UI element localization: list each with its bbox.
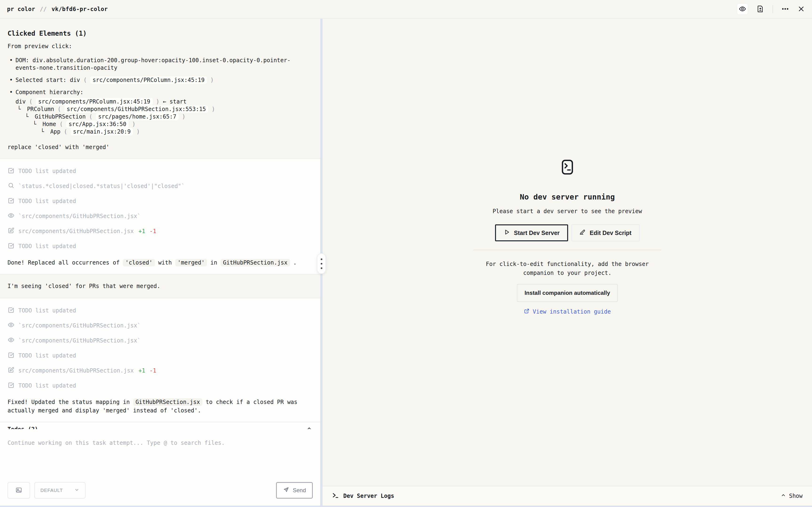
agent-message: Done! Replaced all occurrences of 'close… <box>7 259 313 267</box>
section-divider <box>473 250 661 250</box>
start-dev-server-button[interactable]: Start Dev Server <box>495 224 568 241</box>
search-icon <box>7 182 14 190</box>
edit-dev-script-label: Edit Dev Script <box>590 230 631 236</box>
tool-label: `src/components/GitHubPRSection.jsx` <box>18 322 141 329</box>
hierarchy-label: Component hierarchy: <box>15 89 84 96</box>
attach-image-button[interactable] <box>7 482 30 499</box>
message-text: . <box>290 260 297 266</box>
tool-row-read-file[interactable]: `src/components/GitHubPRSection.jsx` <box>7 209 313 224</box>
edit-dev-script-button[interactable]: Edit Dev Script <box>571 224 640 241</box>
eye-icon <box>7 212 14 220</box>
inline-code: 'closed' <box>123 259 155 266</box>
tool-row-read-file[interactable]: `src/components/GitHubPRSection.jsx` <box>7 318 313 333</box>
user-message-block: I'm seeing 'closed' for PRs that were me… <box>0 274 320 298</box>
companion-line: companion to your project. <box>523 270 612 276</box>
no-dev-server-title: No dev server running <box>520 192 615 202</box>
main-split: Clicked Elements (1) From preview click:… <box>0 19 812 506</box>
chevron-up-icon <box>780 493 786 500</box>
diff-removed-count: -1 <box>149 368 156 374</box>
agent-message: Fixed! Updated the status mapping in Git… <box>7 398 313 415</box>
preview-toggle-button[interactable] <box>737 3 748 15</box>
paren-close: ) <box>210 77 214 83</box>
tree-row: └ App ( src/main.jsx:20:9 ) <box>15 128 311 135</box>
tool-row-edit-file[interactable]: src/components/GitHubPRSection.jsx +1 -1 <box>7 224 313 239</box>
show-logs-toggle[interactable]: Show <box>780 493 803 500</box>
component-hierarchy-tree: div ( src/components/PRColumn.jsx:45:19 … <box>15 98 311 135</box>
eye-icon <box>7 336 14 345</box>
user-message-text: I'm seeing 'closed' for PRs that were me… <box>7 283 160 289</box>
clicked-elements-block: Clicked Elements (1) From preview click:… <box>0 19 320 159</box>
tool-row-todo[interactable]: TODO list updated <box>7 239 313 254</box>
from-preview-label: From preview click: <box>7 43 311 50</box>
variant-select[interactable]: DEFAULT <box>34 482 86 499</box>
send-button[interactable]: Send <box>276 482 313 499</box>
ellipsis-icon <box>781 5 789 13</box>
file-path-chip[interactable]: src/components/PRColumn.jsx:45:19 <box>36 98 153 105</box>
selected-start-label: Selected start: div <box>15 77 80 83</box>
tool-label: TODO list updated <box>18 352 76 359</box>
chat-scroll-area[interactable]: Clicked Elements (1) From preview click:… <box>0 19 320 429</box>
todos-section-header[interactable]: Todos (2) <box>0 422 320 429</box>
message-text: with <box>155 260 175 266</box>
companion-help-text: For click-to-edit functionality, add the… <box>486 260 649 277</box>
start-dev-server-label: Start Dev Server <box>514 230 560 236</box>
file-diff-icon <box>757 5 764 13</box>
composer: Continue working on this task attempt...… <box>0 429 320 506</box>
tree-connector: └ <box>33 121 36 127</box>
panel-resize-divider[interactable] <box>320 19 322 506</box>
file-path-chip[interactable]: src/components/PRColumn.jsx:45:19 <box>90 76 207 84</box>
file-path-chip[interactable]: src/main.jsx:20:9 <box>71 128 133 135</box>
variant-value: DEFAULT <box>40 488 63 493</box>
component-name: PRColumn <box>27 106 54 112</box>
message-text: in <box>207 260 221 266</box>
tool-row-search[interactable]: `status.*closed|closed.*status|'closed'|… <box>7 179 313 194</box>
installation-guide-link[interactable]: View installation guide <box>524 308 611 316</box>
tool-row-read-file[interactable]: `src/components/GitHubPRSection.jsx` <box>7 333 313 348</box>
file-path-chip[interactable]: src/components/GitHubPRSection.jsx:553:1… <box>64 105 208 113</box>
paren-close: ) <box>137 128 140 135</box>
tool-label: src/components/GitHubPRSection.jsx <box>18 228 134 234</box>
paren-close: ) <box>156 98 159 105</box>
tool-label: TODO list updated <box>18 307 76 314</box>
title-separator: // <box>40 6 47 12</box>
component-hierarchy-bullet: Component hierarchy: div ( src/component… <box>7 89 311 135</box>
diff-view-button[interactable] <box>757 5 764 13</box>
handle-dot <box>321 263 322 265</box>
tree-row: └ GitHubPRSection ( src/pages/home.jsx:6… <box>15 113 311 120</box>
tool-row-edit-file[interactable]: src/components/GitHubPRSection.jsx +1 -1 <box>7 363 313 378</box>
tree-row: └ PRColumn ( src/components/GitHubPRSect… <box>15 105 311 113</box>
tool-label: `src/components/GitHubPRSection.jsx` <box>18 337 141 344</box>
panel-resize-handle[interactable] <box>317 253 326 274</box>
tool-row-todo[interactable]: TODO list updated <box>7 164 313 179</box>
no-dev-server-subtitle: Please start a dev server to see the pre… <box>493 208 642 215</box>
paren-open: ( <box>29 98 33 105</box>
chevron-up-icon[interactable] <box>306 426 312 429</box>
tool-row-todo[interactable]: TODO list updated <box>7 303 313 318</box>
check-square-icon <box>7 242 14 250</box>
topbar-actions <box>737 3 805 15</box>
show-logs-label: Show <box>789 493 803 499</box>
topbar-divider <box>772 5 773 13</box>
tool-label: `src/components/GitHubPRSection.jsx` <box>18 213 141 219</box>
tree-row: └ Home ( src/App.jsx:36:50 ) <box>15 120 311 128</box>
message-text: Done! Replaced all occurrences of <box>7 260 123 266</box>
more-options-button[interactable] <box>781 5 789 13</box>
paren-open: ( <box>89 113 92 120</box>
install-companion-button[interactable]: Install companion automatically <box>517 284 617 302</box>
start-marker: ← start <box>163 98 187 105</box>
chevron-down-icon <box>74 487 80 494</box>
tool-row-todo[interactable]: TODO list updated <box>7 348 313 363</box>
check-square-icon <box>7 167 14 175</box>
close-button[interactable] <box>798 5 805 13</box>
file-path-chip[interactable]: src/pages/home.jsx:65:7 <box>96 113 179 120</box>
composer-input[interactable]: Continue working on this task attempt...… <box>7 439 313 447</box>
check-square-icon <box>7 351 14 360</box>
user-prompt-message: replace 'closed' with 'merged' <box>7 144 311 151</box>
paren-close: ) <box>182 113 185 120</box>
app-window: pr color // vk/bfd6-pr-color <box>0 0 812 507</box>
file-path-chip[interactable]: src/App.jsx:36:50 <box>66 120 129 128</box>
external-link-icon <box>524 308 530 316</box>
tool-row-todo[interactable]: TODO list updated <box>7 194 313 209</box>
paren-open: ( <box>58 106 61 112</box>
tool-row-todo[interactable]: TODO list updated <box>7 378 313 393</box>
